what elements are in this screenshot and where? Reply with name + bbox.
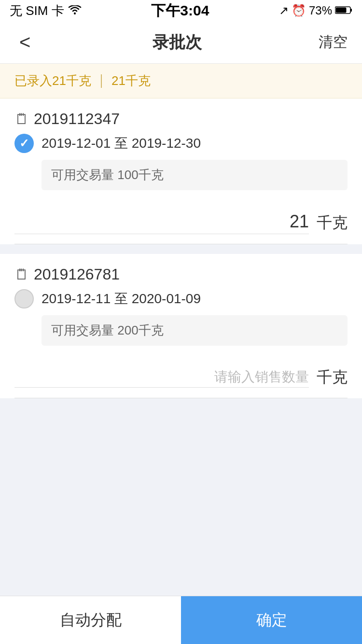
clear-button[interactable]: 清空 — [319, 32, 348, 52]
footer: 自动分配 确定 — [0, 596, 362, 644]
batch-date-row-1[interactable]: ✓ 2019-12-01 至 2019-12-30 — [14, 134, 348, 153]
batch-id-row-1: 🗒 2019112347 — [14, 110, 348, 128]
bottom-area — [0, 398, 362, 591]
battery-icon — [335, 4, 352, 17]
back-button[interactable]: < — [14, 27, 35, 58]
auto-distribute-button[interactable]: 自动分配 — [0, 596, 181, 644]
qty-unit-2: 千克 — [317, 367, 348, 388]
batch-id-1: 2019112347 — [34, 110, 120, 128]
qty-input-2[interactable] — [212, 367, 309, 385]
status-left: 无 SIM 卡 — [10, 2, 82, 19]
qty-input-wrapper-1: 21 — [14, 211, 309, 234]
status-time: 下午3:04 — [151, 1, 209, 21]
batch-date-row-2[interactable]: 2019-12-11 至 2020-01-09 — [14, 289, 348, 308]
batch-item-2: 🗒 2019126781 2019-12-11 至 2020-01-09 可用交… — [0, 254, 362, 357]
batch-id-2: 2019126781 — [34, 266, 120, 283]
carrier-text: 无 SIM 卡 — [10, 2, 64, 19]
batch-date-1: 2019-12-01 至 2019-12-30 — [42, 134, 201, 153]
wifi-icon — [68, 3, 82, 18]
page-title: 录批次 — [153, 31, 202, 54]
qty-row-1: 21 千克 — [0, 202, 362, 244]
batch-date-2: 2019-12-11 至 2020-01-09 — [42, 290, 201, 308]
svg-rect-3 — [335, 8, 346, 13]
radio-unselected-2[interactable] — [14, 289, 34, 308]
svg-point-0 — [74, 13, 76, 14]
qty-unit-1: 千克 — [317, 212, 348, 234]
status-bar: 无 SIM 卡 下午3:04 ↗ ⏰ 73% — [0, 0, 362, 21]
batch-id-row-2: 🗒 2019126781 — [14, 266, 348, 283]
info-banner: 已录入21千克 21千克 — [0, 64, 362, 98]
check-icon-1: ✓ — [19, 137, 29, 150]
qty-input-wrapper-2 — [14, 367, 309, 388]
svg-rect-2 — [350, 9, 352, 12]
batch-doc-icon-2: 🗒 — [14, 266, 29, 283]
section-divider — [0, 244, 362, 254]
info-divider — [101, 74, 102, 88]
nav-bar: < 录批次 清空 — [0, 21, 362, 64]
confirm-button[interactable]: 确定 — [181, 596, 362, 644]
batch-doc-icon-1: 🗒 — [14, 111, 29, 127]
battery-text: 73% — [309, 4, 332, 17]
batch-item-1: 🗒 2019112347 ✓ 2019-12-01 至 2019-12-30 可… — [0, 98, 362, 202]
alarm-icon: ⏰ — [292, 4, 306, 17]
info-value: 21千克 — [111, 72, 151, 89]
available-qty-1: 可用交易量 100千克 — [42, 160, 348, 190]
batch-card-2: 🗒 2019126781 2019-12-11 至 2020-01-09 可用交… — [0, 254, 362, 398]
batch-card-1: 🗒 2019112347 ✓ 2019-12-01 至 2019-12-30 可… — [0, 98, 362, 244]
location-icon: ↗ — [279, 4, 289, 17]
info-entered-label: 已录入21千克 — [14, 72, 91, 89]
available-qty-2: 可用交易量 200千克 — [42, 315, 348, 346]
status-right: ↗ ⏰ 73% — [279, 4, 352, 17]
qty-value-1: 21 — [290, 211, 309, 232]
radio-selected-1[interactable]: ✓ — [14, 134, 34, 153]
qty-row-2: 千克 — [0, 357, 362, 398]
